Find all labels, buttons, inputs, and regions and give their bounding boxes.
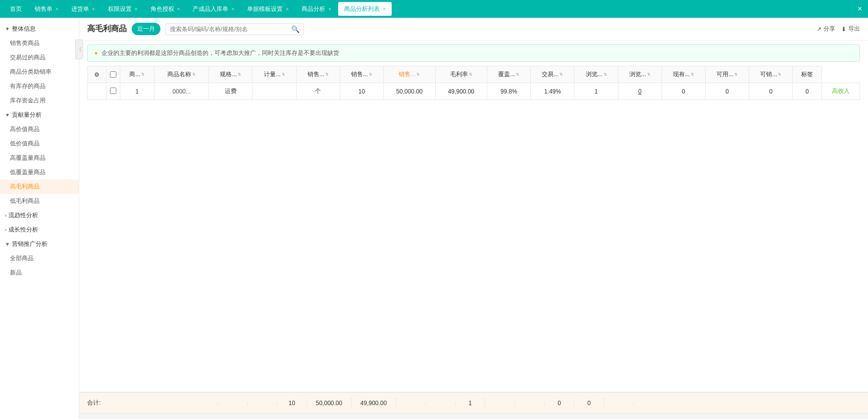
search-input[interactable] — [170, 26, 291, 33]
nav-product-analysis-list[interactable]: 商品分析列表 × — [338, 2, 392, 16]
footer-empty8 — [604, 401, 634, 405]
col-saleable[interactable]: 可销...⇅ — [749, 66, 793, 83]
close-product-analysis-tab[interactable]: × — [328, 6, 331, 12]
sidebar-section-overall[interactable]: ▼ 整体信息 — [0, 22, 79, 36]
row-code[interactable]: 0000... — [154, 83, 209, 100]
select-all-checkbox[interactable] — [110, 71, 116, 78]
nav-sales[interactable]: 销售单 × — [29, 2, 64, 16]
close-products-entry-tab[interactable]: × — [231, 6, 234, 12]
nav-home[interactable]: 首页 — [4, 2, 28, 16]
footer-empty5 — [426, 401, 456, 405]
col-browse1[interactable]: 浏览...⇅ — [574, 66, 618, 83]
col-available[interactable]: 可用...⇅ — [706, 66, 749, 83]
row-saleable: 0 — [793, 83, 821, 100]
nav-products-entry[interactable]: 产成品入库单 × — [187, 2, 240, 16]
sidebar-item-low-value[interactable]: 低价值商品 — [0, 137, 79, 151]
sidebar-item-sales-goods[interactable]: 销售类商品 — [0, 36, 79, 50]
col-code[interactable]: 商...⇅ — [120, 66, 154, 83]
footer-empty3 — [248, 401, 277, 405]
row-transaction: 1 — [574, 83, 618, 100]
col-browse2[interactable]: 浏览...⇅ — [618, 66, 662, 83]
sidebar-item-high-coverage[interactable]: 高覆盖量商品 — [0, 151, 79, 165]
col-stock[interactable]: 现有...⇅ — [662, 66, 705, 83]
nav-permissions[interactable]: 权限设置 × — [102, 2, 144, 16]
row-checkbox[interactable] — [106, 83, 120, 100]
sidebar-item-in-stock[interactable]: 有库存的商品 — [0, 79, 79, 93]
close-purchase-tab[interactable]: × — [92, 6, 95, 12]
nav-roles[interactable]: 角色授权 × — [145, 2, 186, 16]
nav-purchase[interactable]: 进货单 × — [65, 2, 101, 16]
expand-trend-icon: › — [5, 213, 6, 218]
sidebar-item-low-coverage[interactable]: 低覆盖量商品 — [0, 165, 79, 180]
close-product-analysis-list-tab[interactable]: × — [383, 6, 386, 12]
row-sale-profit: 49,900.00 — [435, 83, 487, 100]
header-actions: ↗ 分享 ⬇ 导出 — [817, 25, 860, 33]
footer-available: 0 — [574, 398, 604, 409]
table-wrapper: ⚙ 商...⇅ 商品名称⇅ 规格...⇅ — [79, 66, 868, 392]
col-transaction[interactable]: 交易...⇅ — [531, 66, 574, 83]
export-icon: ⬇ — [841, 26, 846, 33]
col-sale-profit[interactable]: 销售...⇅ — [384, 66, 436, 83]
col-tag: 标签 — [793, 66, 821, 83]
close-template-tab[interactable]: × — [286, 6, 289, 12]
col-unit[interactable]: 计量...⇅ — [253, 66, 296, 83]
col-spec[interactable]: 规格...⇅ — [209, 66, 253, 83]
row-name: 运费 — [209, 83, 253, 100]
sidebar-item-stock-capital[interactable]: 库存资金占用 — [0, 93, 79, 108]
row-sale-qty: 10 — [340, 83, 383, 100]
horizontal-scrollbar[interactable] — [79, 413, 868, 419]
col-sale-qty[interactable]: 销售...⇅ — [296, 66, 340, 83]
sidebar-item-traded-goods[interactable]: 交易过的商品 — [0, 50, 79, 65]
top-navigation: 首页 销售单 × 进货单 × 权限设置 × 角色授权 × 产成品入库单 × 单据… — [0, 0, 868, 18]
sidebar-item-high-margin[interactable]: 高毛利商品 — [0, 180, 79, 194]
close-roles-tab[interactable]: × — [177, 6, 180, 12]
close-sales-tab[interactable]: × — [55, 6, 58, 12]
nav-product-analysis[interactable]: 商品分析 × — [296, 2, 337, 16]
main-layout: ▼ 整体信息 销售类商品 交易过的商品 商品分类助销率 有库存的商品 库存资金占… — [0, 18, 868, 419]
share-icon: ↗ — [817, 26, 821, 33]
footer-label: 合计: — [79, 397, 178, 409]
sidebar-item-all-goods[interactable]: 全部商品 — [0, 251, 79, 266]
search-box: 🔍 — [165, 23, 304, 35]
sidebar-item-new-goods[interactable]: 新品 — [0, 266, 79, 280]
sidebar-section-growth[interactable]: › 成长性分析 — [0, 223, 79, 237]
row-gross-margin: 99.8% — [487, 83, 531, 100]
row-settings[interactable] — [88, 83, 106, 100]
filter-recent-month[interactable]: 近一月 — [132, 23, 160, 35]
sidebar-item-high-value[interactable]: 高价值商品 — [0, 122, 79, 137]
footer-stock: 0 — [545, 398, 574, 409]
row-stock: 0 — [706, 83, 749, 100]
sidebar-item-category-rate[interactable]: 商品分类助销率 — [0, 65, 79, 79]
row-spec — [253, 83, 296, 100]
close-permissions-tab[interactable]: × — [135, 6, 138, 12]
sidebar-section-contribution[interactable]: ▼ 贡献量分析 — [0, 108, 79, 122]
footer-total: 合计: 10 50,000.00 49,900.00 1 0 0 — [79, 392, 868, 413]
footer-empty1 — [178, 401, 218, 405]
row-browse1[interactable]: 0 — [618, 83, 662, 100]
row-coverage: 1.49% — [531, 83, 574, 100]
col-sale-amount[interactable]: 销售...⇅ — [340, 66, 383, 83]
col-coverage[interactable]: 覆盖...⇅ — [487, 66, 531, 83]
row-num: 1 — [120, 83, 154, 100]
footer-empty4 — [396, 401, 426, 405]
export-button[interactable]: ⬇ 导出 — [841, 25, 860, 33]
share-button[interactable]: ↗ 分享 — [817, 25, 835, 33]
search-icon[interactable]: 🔍 — [291, 25, 300, 33]
info-banner: ✦ 企业的主要的利润都是这部分商品创造的，可考虑加大推广，同时关注库存是不要出现… — [87, 45, 860, 62]
sidebar-collapse-button[interactable]: 《 — [75, 40, 83, 59]
footer-empty6 — [485, 401, 515, 405]
sidebar-section-trend[interactable]: › 流趋性分析 — [0, 208, 79, 223]
nav-template-settings[interactable]: 单据模板设置 × — [241, 2, 295, 16]
close-all-button[interactable]: × — [856, 2, 864, 15]
footer-empty7 — [515, 401, 545, 405]
sidebar-section-marketing[interactable]: ▼ 营销推广分析 — [0, 237, 79, 251]
sidebar-item-low-margin[interactable]: 低毛利商品 — [0, 194, 79, 208]
expand-overall-icon: ▼ — [5, 26, 10, 32]
row-tag: 高收入 — [821, 83, 860, 100]
col-settings[interactable]: ⚙ — [88, 66, 106, 83]
col-gross-margin[interactable]: 毛利率⇅ — [435, 66, 487, 83]
data-table: ⚙ 商...⇅ 商品名称⇅ 规格...⇅ — [87, 66, 860, 100]
col-checkbox — [106, 66, 120, 83]
col-name[interactable]: 商品名称⇅ — [154, 66, 209, 83]
footer-transaction: 1 — [456, 398, 485, 409]
